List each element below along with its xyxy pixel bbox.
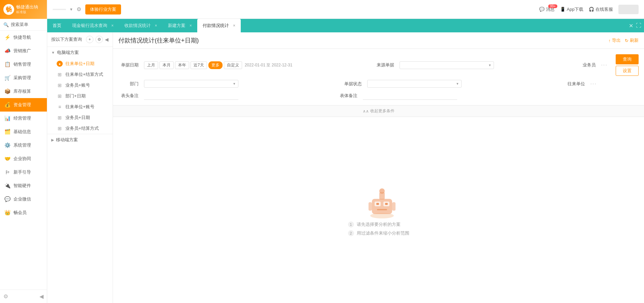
refresh-btn[interactable]: ↻ 刷新 — [625, 37, 639, 43]
dept-select[interactable]: ▾ — [144, 80, 238, 88]
service-label: 在线客服 — [595, 6, 613, 12]
company-name-text — [53, 9, 66, 10]
collapse-sidebar-icon[interactable]: ◀ — [39, 293, 43, 300]
sidebar-item-fund[interactable]: 💰 资金管理 — [0, 98, 47, 112]
sidebar-item-operations[interactable]: 📊 经营管理 — [0, 112, 47, 125]
scheme-item-salesperson-date[interactable]: ⊞ 业务员+日期 — [47, 112, 113, 123]
app-icon: 📱 — [560, 7, 565, 12]
tab-payment-stats[interactable]: 付款情况统计 × — [197, 19, 241, 32]
header-note-input[interactable] — [144, 92, 238, 100]
partner-dots[interactable]: ··· — [590, 81, 597, 87]
search-menu[interactable]: 🔍 搜索菜单 — [0, 19, 47, 31]
sidebar-item-label: 企业协同 — [13, 156, 31, 162]
service-icon: 🎧 — [589, 7, 594, 12]
tab-collection-stats-close[interactable]: × — [155, 23, 157, 28]
sales-icon: 📋 — [4, 61, 11, 68]
grid-icon-2: ⊞ — [57, 82, 63, 88]
service-btn[interactable]: 🎧 在线客服 — [589, 6, 613, 12]
settings-scheme-btn[interactable]: ⚙ — [95, 36, 103, 43]
scheme-item-partner-date-label: 往来单位+日期 — [65, 61, 94, 67]
marketing-icon: 📣 — [4, 48, 11, 54]
search-label: 搜索菜单 — [11, 22, 28, 28]
sidebar-item-member[interactable]: 👑 畅会员 — [0, 206, 47, 219]
tab-fullscreen-icon[interactable]: ⛶ — [636, 23, 641, 29]
scheme-group-desktop-label: 电脑端方案 — [57, 50, 79, 56]
tab-collection-stats-label: 收款情况统计 — [124, 23, 151, 29]
tab-home[interactable]: 首页 — [47, 19, 67, 32]
sidebar-item-quick-nav[interactable]: ⚡ 快捷导航 — [0, 31, 47, 44]
collapse-scheme-btn[interactable]: ◀ — [105, 37, 109, 42]
date-range-text: 2022-01-01 至 2022-12-31 — [245, 62, 292, 68]
add-scheme-btn[interactable]: + — [86, 36, 93, 43]
query-btn[interactable]: 查询 — [616, 54, 639, 64]
logo-icon: 畅 — [3, 4, 14, 15]
sidebar-item-purchase[interactable]: 🛒 采购管理 — [0, 71, 47, 85]
filter-row-3: 表头备注 表体备注 — [118, 92, 639, 100]
sidebar-item-label: 新手引导 — [13, 169, 31, 175]
scheme-item-partner-account[interactable]: ≡ 往来单位+账号 — [47, 101, 113, 112]
scheme-item-partner-date[interactable]: ● 往来单位+日期 — [47, 58, 113, 69]
active-indicator-icon: ● — [57, 61, 63, 67]
company-dropdown-icon[interactable]: ▾ — [70, 7, 72, 12]
svg-rect-1 — [372, 199, 392, 214]
scheme-item-salesperson-payment[interactable]: ⊞ 业务员+结算方式 — [47, 123, 113, 134]
sidebar-item-label: 畅会员 — [13, 210, 27, 216]
collapse-label: 收起更多条件 — [370, 108, 394, 114]
sidebar-item-sales[interactable]: 📋 销售管理 — [0, 58, 47, 71]
sidebar-item-marketing[interactable]: 📣 营销推广 — [0, 44, 47, 58]
salesperson-dots[interactable]: ··· — [601, 62, 608, 68]
tab-collection-stats[interactable]: 收款情况统计 × — [119, 19, 163, 32]
enterprise-icon: 🤝 — [4, 155, 11, 162]
sidebar-item-label: 经营管理 — [13, 115, 31, 121]
sidebar-item-inventory[interactable]: 📦 库存核算 — [0, 85, 47, 98]
settings-bottom-icon[interactable]: ⚙ — [3, 293, 8, 300]
filter-collapse-btn[interactable]: ∧∧ 收起更多条件 — [113, 105, 644, 117]
export-btn[interactable]: ↑ 导出 — [609, 37, 621, 43]
topbar-gear-icon[interactable]: ⚙ — [77, 6, 81, 12]
app-download-btn[interactable]: 📱 App下载 — [560, 6, 583, 12]
date-options: 上月 本月 本年 近7天 更多 自定义 2022-01-01 至 2022-12… — [144, 61, 292, 69]
tab-new-scheme[interactable]: 新建方案 × — [163, 19, 197, 32]
sidebar-item-hardware[interactable]: 🔌 智能硬件 — [0, 179, 47, 192]
topbar-right: 💬 消息 99+ 📱 App下载 🎧 在线客服 — [539, 5, 639, 14]
svg-rect-6 — [377, 209, 387, 210]
scheme-item-salesperson-account[interactable]: ⊞ 业务员+账号 — [47, 80, 113, 91]
date-btn-last-month[interactable]: 上月 — [144, 61, 158, 69]
date-btn-this-year[interactable]: 本年 — [175, 61, 189, 69]
voucher-status-select[interactable]: ▾ — [367, 80, 462, 88]
source-select[interactable]: ▾ — [400, 61, 494, 69]
sidebar-item-basic-info[interactable]: 🗂️ 基础信息 — [0, 125, 47, 139]
date-btn-custom[interactable]: 自定义 — [224, 61, 242, 69]
tab-close-all-icon[interactable]: ✕ — [629, 23, 633, 29]
scheme-group-desktop-header[interactable]: ▼ 电脑端方案 — [47, 47, 113, 58]
tab-bank-flow-close[interactable]: × — [111, 23, 114, 28]
header-note-label: 表头备注 — [118, 93, 139, 99]
filter-settings-btn[interactable]: 设置 — [616, 66, 639, 76]
voucher-status-filter-label: 单据状态 — [342, 81, 362, 87]
sidebar-item-label: 采购管理 — [13, 75, 31, 81]
scheme-item-partner-payment[interactable]: ⊞ 往来单位+结算方式 — [47, 69, 113, 80]
scheme-item-dept-date[interactable]: ⊞ 部门+日期 — [47, 91, 113, 101]
inventory-icon: 📦 — [4, 88, 11, 95]
chevron-right-icon: ▶ — [51, 138, 54, 142]
tab-bank-flow[interactable]: 现金银行流水查询 × — [67, 19, 119, 32]
trial-btn[interactable]: 体验行业方案 — [85, 4, 121, 14]
date-btn-this-month[interactable]: 本月 — [159, 61, 174, 69]
sidebar-item-weichat[interactable]: 💬 企业微信 — [0, 192, 47, 206]
msg-btn[interactable]: 💬 消息 99+ — [539, 6, 555, 12]
date-btn-7days[interactable]: 近7天 — [191, 61, 207, 69]
hardware-icon: 🔌 — [4, 182, 11, 189]
sidebar-item-enterprise[interactable]: 🤝 企业协同 — [0, 152, 47, 165]
sidebar-item-label: 智能硬件 — [13, 183, 31, 189]
tab-payment-stats-close[interactable]: × — [233, 23, 235, 28]
export-icon: ↑ — [609, 38, 611, 43]
scheme-group-mobile-header[interactable]: ▶ 移动端方案 — [47, 134, 113, 146]
body-note-input[interactable] — [363, 92, 457, 100]
svg-rect-4 — [376, 203, 379, 205]
collapse-up-icon: ∧∧ — [363, 109, 369, 114]
sidebar-item-system[interactable]: ⚙️ 系统管理 — [0, 139, 47, 152]
date-btn-more[interactable]: 更多 — [208, 61, 223, 69]
avatar[interactable] — [618, 5, 639, 14]
tab-new-scheme-close[interactable]: × — [189, 23, 192, 28]
sidebar-item-newbie[interactable]: 🏳 新手引导 — [0, 165, 47, 179]
